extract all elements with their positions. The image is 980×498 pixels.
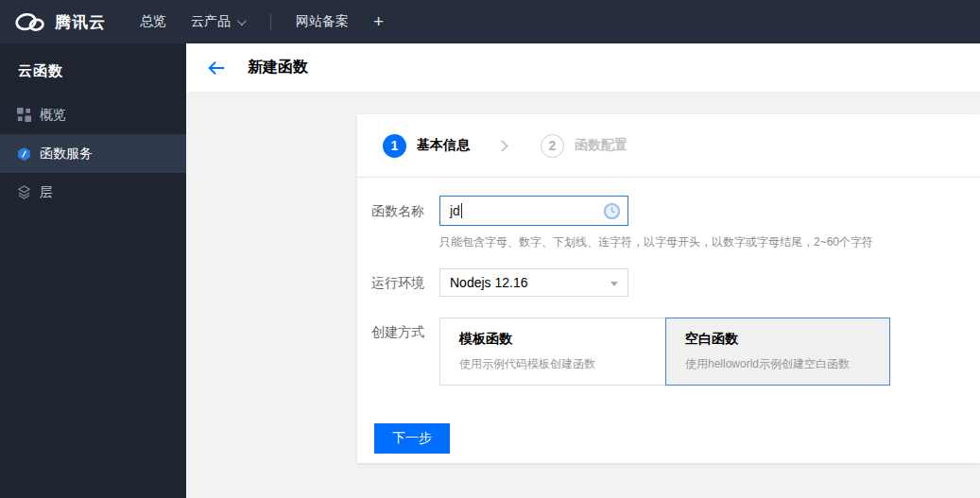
function-name-hint: 只能包含字母、数字、下划线、连字符，以字母开头，以数字或字母结尾，2~60个字符: [439, 234, 873, 250]
option-description: 使用示例代码模板创建函数: [459, 356, 665, 372]
sidebar-title: 云函数: [0, 43, 186, 80]
runtime-row: 运行环境 Nodejs 12.16: [371, 268, 980, 297]
basic-info-form: 函数名称 jd: [357, 178, 980, 454]
dropdown-arrow-icon: [610, 282, 618, 286]
sidebar-item-label: 层: [40, 184, 53, 201]
runtime-value: Nodejs 12.16: [450, 275, 528, 290]
chevron-down-icon: [237, 16, 247, 26]
page-title: 新建函数: [248, 58, 308, 77]
creation-method-options: 模板函数 使用示例代码模板创建函数 空白函数 使用helloworld示例创建空…: [439, 318, 890, 386]
nav-cloud-products-label: 云产品: [191, 13, 231, 30]
step-basic-info: 1 基本信息: [383, 134, 470, 158]
step-indicator: 1 基本信息 2 函数配置: [357, 114, 980, 178]
text-caret: [461, 203, 462, 218]
top-navigation: 总览 云产品 网站备案 +: [140, 11, 408, 32]
function-name-value: jd: [450, 203, 460, 218]
function-service-icon: [17, 146, 31, 161]
main-area: 新建函数 1 基本信息 2 函数配置 函数名称: [186, 43, 980, 498]
sidebar-item-overview[interactable]: 概览: [0, 95, 186, 134]
tencent-cloud-logo-icon: [13, 10, 47, 34]
option-blank-function[interactable]: 空白函数 使用helloworld示例创建空白函数: [665, 318, 890, 386]
runtime-label: 运行环境: [371, 268, 439, 297]
function-name-row: 函数名称 jd: [371, 196, 980, 250]
step-label: 函数配置: [575, 137, 628, 154]
nav-divider: [270, 13, 271, 30]
runtime-select[interactable]: Nodejs 12.16: [439, 268, 628, 297]
step-label: 基本信息: [417, 137, 470, 154]
option-title: 空白函数: [685, 331, 889, 348]
page-header: 新建函数: [186, 43, 980, 92]
nav-overview[interactable]: 总览: [140, 13, 166, 30]
creation-method-label: 创建方式: [371, 318, 439, 386]
creation-method-row: 创建方式 模板函数 使用示例代码模板创建函数 空白函数 使用helloworld…: [371, 318, 980, 386]
create-function-card: 1 基本信息 2 函数配置 函数名称 jd: [357, 114, 980, 463]
function-name-label: 函数名称: [371, 196, 439, 250]
function-name-input[interactable]: jd: [439, 196, 628, 226]
nav-cloud-products[interactable]: 云产品: [191, 13, 244, 30]
add-product-tab-button[interactable]: +: [373, 11, 384, 32]
brand-name: 腾讯云: [55, 11, 106, 33]
sidebar-item-label: 函数服务: [40, 146, 93, 163]
content-area: 1 基本信息 2 函数配置 函数名称 jd: [186, 92, 980, 498]
step-number-badge: 2: [541, 134, 564, 158]
chevron-right-icon: [496, 140, 508, 152]
sidebar-item-function-service[interactable]: 函数服务: [0, 134, 186, 173]
option-template-function[interactable]: 模板函数 使用示例代码模板创建函数: [439, 318, 666, 386]
topbar: 腾讯云 总览 云产品 网站备案 +: [0, 0, 980, 43]
step-function-config: 2 函数配置: [541, 134, 628, 158]
sidebar-item-layers[interactable]: 层: [0, 173, 186, 212]
brand[interactable]: 腾讯云: [13, 10, 106, 34]
layers-icon: [17, 185, 31, 199]
sidebar: 云函数 概览: [0, 43, 186, 498]
option-description: 使用helloworld示例创建空白函数: [685, 356, 889, 372]
validating-clock-icon: [603, 202, 621, 224]
step-number-badge: 1: [383, 134, 406, 158]
back-arrow-icon[interactable]: [206, 58, 227, 78]
sidebar-item-label: 概览: [40, 107, 66, 124]
grid-icon: [17, 108, 31, 122]
sidebar-menu: 概览 函数服务 层: [0, 95, 186, 212]
next-step-button[interactable]: 下一步: [374, 423, 450, 454]
option-title: 模板函数: [459, 331, 665, 348]
nav-website-beian[interactable]: 网站备案: [296, 13, 349, 30]
